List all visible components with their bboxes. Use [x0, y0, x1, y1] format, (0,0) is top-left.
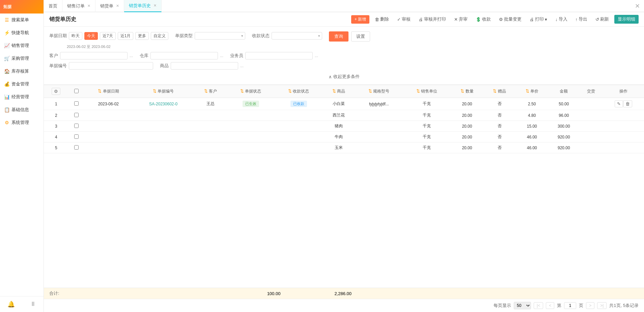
settings-button[interactable]: 设置	[351, 31, 370, 42]
audit-button[interactable]: ✓ 审核	[394, 15, 413, 23]
date-btn-more[interactable]: 更多	[135, 32, 149, 40]
sidebar-item-purchase-mgmt[interactable]: 🛒 采购管理	[0, 52, 44, 65]
tab-sales-goods[interactable]: 销货单 ✕	[95, 0, 124, 12]
price-cell: 46.00	[516, 132, 548, 142]
sidebar-item-finance[interactable]: 💰 资金管理	[0, 78, 44, 90]
next-page-button[interactable]: >	[586, 302, 594, 309]
tab-sales-history[interactable]: 销货单历史 ✕	[124, 0, 162, 12]
gear-settings-button[interactable]: ⚙	[52, 88, 60, 95]
sidebar-item-operations[interactable]: 📊 经营管理	[0, 90, 44, 103]
sidebar-item-label: 基础信息	[11, 107, 29, 113]
doc-type-select[interactable]	[195, 32, 245, 40]
col-doc-status[interactable]: ⇅ 单据状态	[227, 85, 275, 98]
sidebar-item-inventory[interactable]: 🏠 库存核算	[0, 65, 44, 78]
audit-print-button[interactable]: 🖨 审核并打印	[416, 15, 449, 23]
row-checkbox[interactable]	[74, 134, 79, 139]
goods-input[interactable]	[171, 62, 238, 70]
sidebar-item-label: 库存核算	[11, 68, 29, 74]
row-checkbox[interactable]	[74, 124, 79, 128]
collect-status-select[interactable]	[272, 32, 322, 40]
sidebar-item-sales-mgmt[interactable]: 📈 销售管理	[0, 39, 44, 52]
customer-input[interactable]	[60, 52, 128, 59]
trade-cell	[580, 132, 603, 142]
col-goods[interactable]: ⇅ 商品	[323, 85, 355, 98]
warehouse-more-dots[interactable]: ...	[220, 53, 223, 58]
col-trade[interactable]: 交货	[580, 85, 603, 98]
last-page-button[interactable]: >|	[597, 302, 607, 309]
col-gift[interactable]: ⇅ 赠品	[483, 85, 515, 98]
prev-page-button[interactable]: <	[546, 302, 554, 309]
page-number-input[interactable]	[564, 302, 576, 309]
first-page-button[interactable]: |<	[534, 302, 543, 309]
col-customer[interactable]: ⇅ 客户	[194, 85, 227, 98]
salesman-input[interactable]	[245, 52, 313, 59]
display-detail-button[interactable]: 显示明细	[614, 15, 639, 24]
date-btn-7days[interactable]: 近7天	[100, 32, 116, 40]
pause-icon[interactable]: ⏸	[29, 299, 37, 309]
date-btn-yesterday[interactable]: 昨天	[69, 32, 82, 40]
date-btn-1month[interactable]: 近1月	[118, 32, 134, 40]
date-range-display: 2023-06-02 至 2023-06-02	[67, 44, 111, 49]
audit-icon: ✓	[397, 17, 401, 22]
sidebar-item-label: 系统管理	[11, 120, 29, 126]
delete-button[interactable]: 🗑 删除	[372, 15, 392, 23]
seq-cell: 2	[44, 110, 68, 121]
batch-change-button[interactable]: ⚙ 批量变更	[496, 15, 524, 23]
amount-cell: 920.00	[548, 142, 580, 153]
action-cell	[603, 132, 644, 142]
warehouse-input[interactable]	[150, 52, 218, 59]
print-label: 打印	[535, 16, 544, 22]
col-collect-status[interactable]: ⇅ 收款状态	[275, 85, 323, 98]
close-all-tabs-icon[interactable]: ✕	[631, 2, 644, 10]
page-size-select[interactable]: 10 20 50 100	[514, 302, 531, 309]
abandon-button[interactable]: ✕ 弃审	[451, 15, 470, 23]
col-amount[interactable]: 金额	[548, 85, 580, 98]
close-sales-history-tab-icon[interactable]: ✕	[153, 3, 157, 8]
sidebar-item-search-menu[interactable]: ☰ 搜索菜单	[0, 14, 44, 26]
customer-more-dots[interactable]: ...	[130, 53, 133, 58]
row-checkbox[interactable]	[74, 113, 79, 117]
row-checkbox[interactable]	[74, 145, 79, 150]
sidebar-item-quick-nav[interactable]: ⚡ 快捷导航	[0, 26, 44, 39]
unit-cell: 千克	[403, 142, 451, 153]
date-btn-custom[interactable]: 自定义	[151, 32, 168, 40]
sidebar-item-base-info[interactable]: 📋 基础信息	[0, 103, 44, 116]
import-button[interactable]: ↓ 导入	[553, 15, 570, 23]
collect-button[interactable]: 💲 收款	[473, 15, 494, 23]
tab-sales-goods-label: 销货单	[100, 3, 113, 9]
col-doc-date[interactable]: ⇅ 单据日期	[84, 85, 132, 98]
collapse-label: 收起更多条件	[333, 74, 360, 80]
date-btn-today[interactable]: 今天	[84, 32, 98, 40]
doc-no-link[interactable]: SA-20230602-0	[149, 102, 177, 106]
spec-cell	[355, 142, 403, 153]
export-button[interactable]: ↑ 导出	[573, 15, 590, 23]
col-price[interactable]: ⇅ 单价	[516, 85, 548, 98]
col-gear[interactable]: ⚙	[44, 85, 68, 98]
select-all-checkbox[interactable]	[74, 89, 79, 93]
delete-row-button[interactable]: 🗑	[623, 100, 632, 107]
col-spec[interactable]: ⇅ 规格型号	[355, 85, 403, 98]
col-qty[interactable]: ⇅ 数量	[451, 85, 483, 98]
print-button[interactable]: 🖨 打印 ▾	[527, 15, 550, 23]
col-checkbox[interactable]	[68, 85, 85, 98]
close-sales-order-tab-icon[interactable]: ✕	[87, 4, 90, 8]
row-checkbox[interactable]	[74, 101, 79, 106]
page-title: 销货单历史	[49, 16, 76, 23]
col-unit[interactable]: ⇅ 销售单位	[403, 85, 451, 98]
tab-home[interactable]: 首页	[44, 0, 62, 12]
table-footer: 合计: 100.00 2,286.00	[44, 288, 644, 299]
tab-sales-order[interactable]: 销售订单 ✕	[62, 0, 95, 12]
edit-row-button[interactable]: ✎	[615, 100, 623, 107]
new-button[interactable]: + 新增	[351, 15, 369, 24]
query-button[interactable]: 查询	[329, 31, 348, 42]
doc-type-select-wrapper	[195, 32, 245, 40]
doc-no-input[interactable]	[69, 62, 153, 70]
collapse-button[interactable]: ∧ 收起更多条件	[329, 72, 360, 81]
close-sales-goods-tab-icon[interactable]: ✕	[116, 4, 119, 8]
col-doc-no[interactable]: ⇅ 单据编号	[132, 85, 194, 98]
sidebar-item-sys-mgmt[interactable]: ⚙ 系统管理	[0, 116, 44, 129]
goods-more-dots[interactable]: ...	[240, 63, 244, 68]
refresh-button[interactable]: ↺ 刷新	[593, 15, 612, 23]
salesman-more-dots[interactable]: ...	[315, 53, 318, 58]
notification-icon[interactable]: 🔔	[6, 299, 16, 309]
